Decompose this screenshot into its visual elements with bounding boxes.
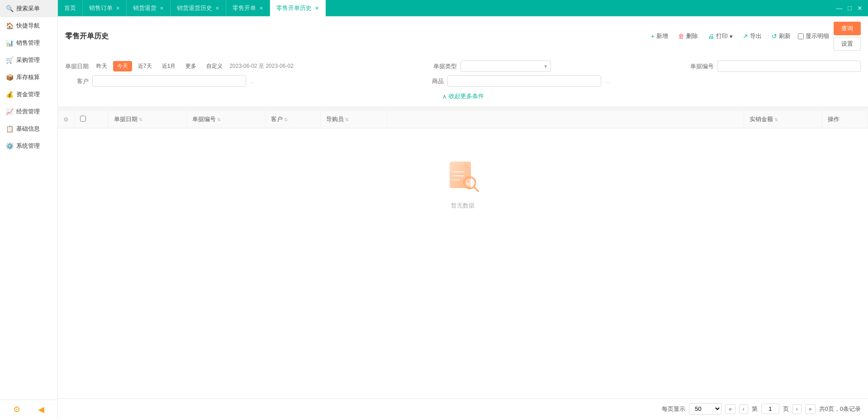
sidebar-item-purchase-mgmt[interactable]: 🛒 采购管理 — [0, 52, 57, 69]
tab-home[interactable]: 首页 — [58, 0, 83, 16]
collapse-filter-button[interactable]: ∧ 收起更多条件 — [437, 90, 489, 102]
doc-number-input[interactable] — [717, 61, 861, 72]
tab-close-retail-open[interactable]: ✕ — [259, 5, 263, 11]
tab-close-sales-return[interactable]: ✕ — [160, 5, 164, 11]
sysmgmt-icon: ⚙️ — [5, 142, 14, 150]
sidebar-item-label: 基础信息 — [16, 125, 40, 133]
sort-number-icon: ⇅ — [217, 117, 221, 122]
doc-type-select[interactable] — [460, 61, 551, 72]
settings-bottom-icon[interactable]: ⚙ — [13, 405, 20, 414]
date-btn-today[interactable]: 今天 — [113, 61, 132, 71]
date-range-text: 2023-06-02 至 2023-06-02 — [229, 62, 293, 70]
page-size-label: 每页显示 — [662, 405, 685, 413]
tab-retail-history[interactable]: 零售开单历史 ✕ — [270, 0, 326, 16]
first-page-button[interactable]: « — [725, 404, 735, 414]
query-button[interactable]: 查询 — [834, 22, 861, 35]
collapse-sidebar-icon[interactable]: ◀ — [38, 405, 44, 414]
table-area: ⚙ 单据日期 ⇅ — [58, 111, 868, 398]
page-number-input[interactable] — [761, 404, 779, 414]
main-area: 首页 销售订单 ✕ 销货退货 ✕ 销货退货历史 ✕ 零售开单 ✕ 零售开单历史 … — [58, 0, 868, 419]
collapse-icon: ∧ — [442, 93, 447, 100]
th-number[interactable]: 单据编号 ⇅ — [187, 111, 265, 128]
filter-row-2: 客户 ... 商品 ... — [65, 75, 861, 87]
print-button[interactable]: 🖨 打印 ▾ — [705, 30, 735, 42]
doc-type-select-wrap — [460, 61, 551, 72]
sidebar-bottom: ⚙ ◀ — [0, 400, 57, 419]
th-number-sort[interactable]: 单据编号 ⇅ — [192, 115, 259, 123]
tab-sales-return[interactable]: 销货退货 ✕ — [127, 0, 171, 16]
tab-close-retail-history[interactable]: ✕ — [315, 5, 319, 11]
sidebar-item-sys-mgmt[interactable]: ⚙️ 系统管理 — [0, 137, 57, 155]
window-maximize[interactable]: □ — [848, 5, 852, 12]
th-settings[interactable]: ⚙ — [58, 111, 75, 128]
sort-date-icon: ⇅ — [139, 117, 142, 122]
sidebar-item-quick-nav[interactable]: 🏠 快捷导航 — [0, 17, 57, 34]
customer-ellipsis[interactable]: ... — [246, 78, 258, 85]
last-page-button[interactable]: » — [805, 404, 816, 414]
sidebar-item-basic-info[interactable]: 📋 基础信息 — [0, 120, 57, 137]
tab-bar-right: — □ ✕ — [831, 0, 868, 16]
next-page-button[interactable]: › — [792, 404, 802, 414]
tab-sales-order[interactable]: 销售订单 ✕ — [83, 0, 127, 16]
home-icon: 🏠 — [5, 22, 14, 30]
sidebar-item-inventory[interactable]: 📦 库存核算 — [0, 69, 57, 86]
th-amount-sort[interactable]: 实销金额 ⇅ — [749, 115, 816, 123]
sidebar-item-sales-mgmt[interactable]: 📊 销售管理 — [0, 34, 57, 52]
th-empty — [387, 111, 744, 128]
customer-input[interactable] — [92, 75, 246, 87]
sidebar-search[interactable]: 🔍 搜索采单 — [0, 0, 57, 17]
select-all-checkbox[interactable] — [80, 116, 86, 122]
add-icon: + — [651, 33, 655, 40]
tab-sales-return-history[interactable]: 销货退货历史 ✕ — [171, 0, 226, 16]
tab-close-sales-order[interactable]: ✕ — [116, 5, 120, 11]
delete-label: 删除 — [686, 32, 698, 40]
setting-button[interactable]: 设置 — [834, 37, 861, 51]
total-info: 共0页，0条记录 — [819, 405, 861, 413]
sort-amount-icon: ⇅ — [774, 117, 778, 122]
empty-text: 暂无数据 — [451, 202, 474, 210]
window-minimize[interactable]: — — [836, 5, 843, 12]
th-date-sort[interactable]: 单据日期 ⇅ — [114, 115, 181, 123]
page-title: 零售开单历史 — [65, 32, 109, 41]
data-table: ⚙ 单据日期 ⇅ — [58, 111, 868, 228]
empty-illustration — [442, 155, 483, 196]
export-label: 导出 — [750, 32, 762, 40]
delete-button[interactable]: 🗑 删除 — [675, 30, 701, 42]
tab-retail-open[interactable]: 零售开单 ✕ — [226, 0, 270, 16]
sidebar-item-operations[interactable]: 📈 经营管理 — [0, 103, 57, 120]
export-icon: ↗ — [743, 33, 748, 40]
sidebar-search-label: 搜索采单 — [16, 5, 40, 13]
tab-sales-return-history-label: 销货退货历史 — [177, 4, 212, 12]
refresh-button[interactable]: ↺ 刷新 — [769, 30, 793, 42]
th-guide-label: 导购员 — [326, 115, 344, 123]
refresh-icon: ↺ — [772, 33, 777, 40]
page-size-select[interactable]: 10 20 50 100 — [689, 403, 721, 414]
sidebar-item-finance[interactable]: 💰 资金管理 — [0, 86, 57, 103]
show-detail-checkbox-wrap[interactable]: 显示明细 — [798, 32, 829, 40]
tab-close-sales-return-history[interactable]: ✕ — [215, 5, 219, 11]
delete-icon: 🗑 — [678, 33, 684, 40]
date-btn-1month[interactable]: 近1月 — [158, 61, 180, 71]
window-close[interactable]: ✕ — [857, 5, 863, 12]
show-detail-checkbox[interactable] — [798, 33, 804, 39]
th-customer-sort[interactable]: 客户 ⇅ — [271, 115, 315, 123]
th-guide-sort[interactable]: 导购员 ⇅ — [326, 115, 382, 123]
goods-ellipsis[interactable]: ... — [601, 78, 613, 85]
table-settings-icon[interactable]: ⚙ — [63, 116, 69, 123]
export-button[interactable]: ↗ 导出 — [740, 30, 764, 42]
th-guide[interactable]: 导购员 ⇅ — [320, 111, 387, 128]
date-btn-7days[interactable]: 近7天 — [134, 61, 156, 71]
date-btn-custom[interactable]: 自定义 — [202, 61, 227, 71]
th-customer[interactable]: 客户 ⇅ — [265, 111, 320, 128]
add-button[interactable]: + 新增 — [648, 30, 671, 42]
date-btn-yesterday[interactable]: 昨天 — [92, 61, 111, 71]
refresh-label: 刷新 — [779, 32, 791, 40]
th-date[interactable]: 单据日期 ⇅ — [108, 111, 186, 128]
svg-point-6 — [466, 179, 473, 186]
goods-input[interactable] — [447, 75, 601, 87]
prev-page-button[interactable]: ‹ — [739, 404, 748, 414]
date-btn-more[interactable]: 更多 — [181, 61, 200, 71]
filter-row-1: 单据日期 昨天 今天 近7天 近1月 更多 自定义 2023-06-02 至 2… — [65, 61, 861, 72]
th-amount[interactable]: 实销金额 ⇅ — [744, 111, 822, 128]
tab-sales-order-label: 销售订单 — [89, 4, 113, 12]
